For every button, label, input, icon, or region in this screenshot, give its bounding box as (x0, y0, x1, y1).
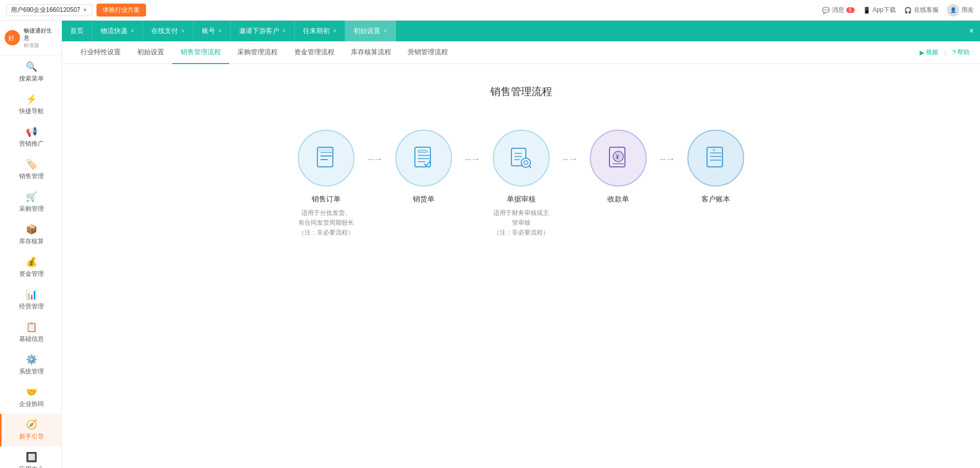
sub-tab-inventory-flow[interactable]: 库存核算流程 (343, 41, 399, 64)
ledger-icon: ¥ (703, 145, 729, 171)
sidebar-item-finance[interactable]: 💰 资金管理 (0, 251, 61, 284)
svg-text:好: 好 (8, 35, 14, 42)
app-download-action[interactable]: 📱 App下载 (863, 6, 896, 14)
logo-icon: 好 (4, 29, 21, 46)
sidebar-item-purchase[interactable]: 🛒 采购管理 (0, 186, 61, 219)
message-icon: 💬 (822, 7, 830, 14)
top-header: 用户690企业1660120507 ▼ 体验行业方案 💬 消息 6 📱 App下… (0, 0, 980, 21)
sub-tab-actions: ▶ 视频 | ? 帮助 (920, 48, 970, 57)
user-selector[interactable]: 用户690企业1660120507 ▼ (6, 4, 92, 16)
node-label: 销货单 (413, 195, 435, 204)
sidebar-item-label: 基础信息 (19, 335, 44, 344)
invoice-icon (411, 145, 437, 171)
app-center-icon: 🔲 (26, 451, 37, 463)
sidebar-item-search[interactable]: 🔍 搜索菜单 (0, 56, 61, 88)
tab-period-close[interactable]: × (333, 27, 336, 35)
chevron-down-icon: ▼ (83, 7, 88, 13)
quick-icon: ⚡ (26, 93, 37, 105)
sidebar-item-basic-info[interactable]: 📋 基础信息 (0, 316, 61, 349)
video-icon: ▶ (920, 49, 924, 56)
logo-sub: 标准版 (24, 42, 57, 49)
tab-period-label: 往来期初 (303, 26, 330, 36)
service-label: 在线客服 (914, 6, 939, 14)
sidebar-item-enterprise[interactable]: 🤝 企业协同 (0, 381, 61, 414)
flow-arrow-4: ···→ (660, 130, 674, 165)
flow-node-sales-order[interactable]: 销售订单 适用于分批发货、有合同发货周期较长（注：非必要流程） (285, 130, 367, 238)
sidebar-item-system[interactable]: ⚙️ 系统管理 (0, 349, 61, 381)
marketing-icon: 📢 (26, 126, 37, 137)
avatar: 👤 (947, 4, 959, 17)
tab-init[interactable]: 初始设置 × (345, 21, 396, 41)
tab-invite-close[interactable]: × (282, 27, 286, 35)
sidebar-item-inventory[interactable]: 📦 库存核算 (0, 219, 61, 251)
close-all-tabs[interactable]: × (963, 21, 980, 41)
video-action[interactable]: ▶ 视频 (920, 48, 938, 57)
trial-button[interactable]: 体验行业方案 (97, 4, 146, 17)
sidebar-item-label: 搜索菜单 (19, 74, 44, 83)
flow-node-review[interactable]: 单据审核 适用于财务审核或主管审核（注：非必要流程） (480, 130, 563, 238)
sub-tabs: 行业特性设置 初始设置 销售管理流程 采购管理流程 资金管理流程 库存核算流程 (62, 41, 980, 64)
tab-account-label: 账号 (202, 26, 215, 36)
svg-line-15 (529, 166, 531, 168)
node-label: 单据审核 (507, 195, 536, 204)
tab-account-close[interactable]: × (218, 27, 222, 35)
system-icon: ⚙️ (26, 354, 37, 365)
header-left: 用户690企业1660120507 ▼ 体验行业方案 (6, 4, 146, 17)
flow-arrow-2: ···→ (465, 130, 480, 165)
sidebar-item-operations[interactable]: 📊 经营管理 (0, 284, 61, 316)
content-area: 首页 物流快递 × 在线支付 × 账号 × 邀请下游客户 × 往来期初 × (62, 21, 980, 468)
sidebar-item-marketing-promo[interactable]: 📢 营销推广 (0, 121, 61, 153)
basic-info-icon: 📋 (26, 321, 37, 333)
sidebar-item-sales[interactable]: 🏷️ 销售管理 (0, 153, 61, 186)
sidebar-item-label: 经营管理 (19, 302, 44, 311)
tab-logistics-label: 物流快递 (101, 26, 127, 36)
sidebar-item-guide[interactable]: 🧭 新手引导 (0, 414, 61, 446)
tab-invite[interactable]: 邀请下游客户 × (231, 21, 295, 41)
tab-payment-close[interactable]: × (181, 27, 185, 35)
tab-payment[interactable]: 在线支付 × (143, 21, 194, 41)
sidebar-item-quick[interactable]: ⚡ 快捷导航 (0, 88, 61, 121)
sidebar-item-app-center[interactable]: 🔲 应用中心 (0, 446, 61, 468)
sales-icon: 🏷️ (26, 159, 37, 170)
tab-period[interactable]: 往来期初 × (295, 21, 345, 41)
sidebar-item-label: 营销推广 (19, 139, 44, 148)
service-action[interactable]: 🎧 在线客服 (904, 6, 939, 14)
sub-tab-industry[interactable]: 行业特性设置 (72, 41, 129, 64)
search-icon: 🔍 (26, 61, 37, 72)
flow-content: 销售管理流程 销售订单 (62, 64, 980, 259)
tab-init-label: 初始设置 (354, 26, 380, 36)
app-download-label: App下载 (873, 6, 896, 14)
sub-tab-marketing-flow[interactable]: 营销管理流程 (399, 41, 456, 64)
flow-node-invoice[interactable]: 销货单 (382, 130, 465, 208)
review-circle (493, 130, 550, 186)
help-icon: ? (952, 49, 956, 56)
sub-tab-purchase-flow[interactable]: 采购管理流程 (229, 41, 286, 64)
tab-account[interactable]: 账号 × (194, 21, 231, 41)
app-icon: 📱 (863, 7, 871, 14)
node-label: 销售订单 (312, 195, 341, 204)
message-action[interactable]: 💬 消息 6 (822, 6, 855, 14)
help-action[interactable]: ? 帮助 (952, 48, 970, 57)
sub-tab-init[interactable]: 初始设置 (129, 41, 172, 64)
sales-order-circle (298, 130, 355, 186)
tab-payment-label: 在线支付 (151, 26, 178, 36)
guide-icon: 🧭 (26, 419, 37, 430)
inventory-icon: 📦 (26, 224, 37, 235)
message-label: 消息 (832, 6, 844, 14)
node-label: 客户账本 (701, 195, 730, 204)
flow-node-receipt[interactable]: ¥ 收款单 (577, 130, 660, 208)
receipt-circle: ¥ (590, 130, 647, 186)
tab-logistics[interactable]: 物流快递 × (92, 21, 143, 41)
review-icon (508, 145, 534, 171)
sidebar-item-label: 销售管理 (19, 172, 44, 181)
flow-arrow-1: ···→ (367, 130, 382, 165)
flow-node-ledger[interactable]: ¥ 客户账本 (674, 130, 757, 208)
tab-home[interactable]: 首页 (62, 21, 92, 41)
user-menu[interactable]: 👤 用友 (947, 4, 974, 17)
sidebar-item-label: 企业协同 (19, 400, 44, 409)
sidebar-item-label: 库存核算 (19, 237, 44, 246)
tab-init-close[interactable]: × (383, 27, 387, 35)
tab-logistics-close[interactable]: × (131, 27, 134, 35)
sub-tab-finance-flow[interactable]: 资金管理流程 (286, 41, 343, 64)
sub-tab-sales-flow[interactable]: 销售管理流程 (172, 41, 229, 64)
